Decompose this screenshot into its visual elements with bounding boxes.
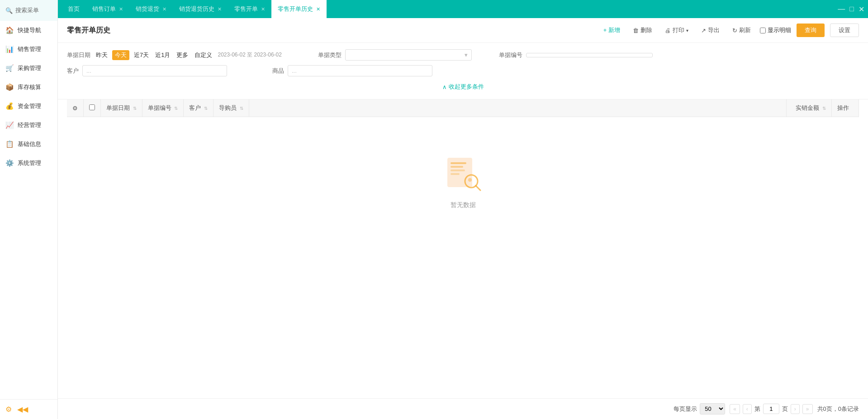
bill-type-select[interactable]: ▾ <box>345 49 472 61</box>
page-content: 零售开单历史 + 新增 🗑 删除 🖨 打印 ▾ ↗ 导出 <box>58 18 868 419</box>
col-customer-sort-icon[interactable]: ⇅ <box>204 106 208 111</box>
query-button[interactable]: 查询 <box>797 24 825 37</box>
sidebar-item-operations[interactable]: 📈经营管理 <box>0 116 57 135</box>
date-range-display: 2023-06-02 至 2023-06-02 <box>218 51 281 59</box>
customer-input[interactable]: ... <box>82 65 227 76</box>
sidebar-item-sys-mgmt[interactable]: ⚙️系统管理 <box>0 154 57 173</box>
tab-bar-right: — □ ✕ <box>838 5 864 14</box>
filter-settings-button[interactable]: 设置 <box>830 24 859 37</box>
empty-icon <box>441 153 486 194</box>
next-page-button[interactable]: › <box>791 404 800 414</box>
refresh-label: 刷新 <box>739 26 751 34</box>
print-icon: 🖨 <box>665 27 671 34</box>
table-checkbox-header[interactable] <box>84 99 101 117</box>
page-word: 第 <box>754 405 760 413</box>
nav-label-finance: 资金管理 <box>18 102 41 110</box>
display-detail-toggle[interactable]: 显示明细 <box>760 26 791 34</box>
col-bill-date-label: 单据日期 <box>106 104 130 111</box>
data-table: ⚙ 单据日期 ⇅ 单据编号 ⇅ 客户 <box>67 99 859 117</box>
col-customer: 客户 ⇅ <box>184 99 213 117</box>
bill-no-input[interactable] <box>526 53 653 57</box>
col-guide: 导购员 ⇅ <box>213 99 249 117</box>
page-header: 零售开单历史 + 新增 🗑 删除 🖨 打印 ▾ ↗ 导出 <box>58 18 868 43</box>
print-button[interactable]: 🖨 打印 ▾ <box>661 24 692 36</box>
sidebar-item-finance[interactable]: 💰资金管理 <box>0 97 57 116</box>
prev-page-button[interactable]: ‹ <box>743 404 752 414</box>
sidebar-item-sales-mgmt[interactable]: 📊销售管理 <box>0 40 57 59</box>
goods-input[interactable]: ... <box>288 65 432 76</box>
table-settings-header[interactable]: ⚙ <box>67 99 84 117</box>
tab-sales-return-history[interactable]: 销货退货历史✕ <box>173 0 228 18</box>
window-maximize-icon[interactable]: □ <box>849 5 854 13</box>
new-button[interactable]: + 新增 <box>600 24 624 36</box>
delete-button[interactable]: 🗑 删除 <box>629 24 656 36</box>
date-opt-today[interactable]: 今天 <box>112 50 129 60</box>
nav-icon-purchase-mgmt: 🛒 <box>5 64 14 72</box>
tab-retail-open[interactable]: 零售开单✕ <box>228 0 271 18</box>
page-nav: « ‹ 第 页 › » <box>730 404 812 414</box>
tab-sales-order[interactable]: 销售订单✕ <box>86 0 129 18</box>
collapse-filter-button[interactable]: ∧ 收起更多条件 <box>67 81 859 93</box>
window-minimize-icon[interactable]: — <box>838 5 845 13</box>
table-area: ⚙ 单据日期 ⇅ 单据编号 ⇅ 客户 <box>58 99 868 398</box>
new-label: + 新增 <box>603 26 620 34</box>
tab-list: 首页销售订单✕销货退货✕销货退货历史✕零售开单✕零售开单历史✕ <box>62 0 327 18</box>
nav-label-basic-info: 基础信息 <box>18 140 41 148</box>
sidebar-item-inventory[interactable]: 📦库存核算 <box>0 78 57 97</box>
tab-close-sales-order[interactable]: ✕ <box>119 6 123 12</box>
date-opt-yesterday[interactable]: 昨天 <box>94 50 109 60</box>
date-opt-last7[interactable]: 近7天 <box>132 50 151 60</box>
tab-bar: 首页销售订单✕销货退货✕销货退货历史✕零售开单✕零售开单历史✕ — □ ✕ <box>58 0 868 18</box>
first-page-button[interactable]: « <box>730 404 740 414</box>
date-opt-last-month[interactable]: 近1月 <box>153 50 172 60</box>
sidebar-search-label: 搜索采单 <box>15 6 39 14</box>
main-area: 首页销售订单✕销货退货✕销货退货历史✕零售开单✕零售开单历史✕ — □ ✕ 零售… <box>58 0 868 419</box>
col-bill-date: 单据日期 ⇅ <box>101 99 142 117</box>
tab-sales-return[interactable]: 销货退货✕ <box>129 0 173 18</box>
col-bill-no-sort-icon[interactable]: ⇅ <box>174 106 178 111</box>
page-title: 零售开单历史 <box>67 26 110 35</box>
col-amount-sort-icon[interactable]: ⇅ <box>822 106 826 111</box>
tab-label-home: 首页 <box>68 5 80 13</box>
col-guide-label: 导购员 <box>219 104 237 111</box>
select-all-checkbox[interactable] <box>89 104 95 110</box>
date-opt-more[interactable]: 更多 <box>175 50 190 60</box>
col-bill-date-sort-icon[interactable]: ⇅ <box>133 106 137 111</box>
col-guide-sort-icon[interactable]: ⇅ <box>240 106 243 111</box>
tab-close-retail-open-history[interactable]: ✕ <box>316 6 320 12</box>
svg-rect-0 <box>447 158 472 187</box>
col-action-label: 操作 <box>837 104 849 111</box>
refresh-button[interactable]: ↻ 刷新 <box>729 24 754 36</box>
sidebar-item-basic-info[interactable]: 📋基础信息 <box>0 135 57 154</box>
customer-label: 客户 <box>67 67 79 75</box>
tab-close-sales-return[interactable]: ✕ <box>162 6 166 12</box>
tab-close-retail-open[interactable]: ✕ <box>261 6 265 12</box>
sidebar-bottom: ⚙ ◀◀ <box>0 399 57 419</box>
col-bill-no-label: 单据编号 <box>148 104 171 111</box>
svg-point-7 <box>468 178 472 182</box>
tab-label-sales-order: 销售订单 <box>92 5 116 13</box>
export-icon: ↗ <box>701 27 706 34</box>
export-button[interactable]: ↗ 导出 <box>697 24 723 36</box>
tab-retail-open-history[interactable]: 零售开单历史✕ <box>271 0 327 18</box>
window-close-icon[interactable]: ✕ <box>859 5 864 14</box>
svg-rect-1 <box>451 162 466 164</box>
tab-home[interactable]: 首页 <box>62 0 86 18</box>
per-page-select[interactable]: 50 100 200 <box>700 403 725 414</box>
goods-dots: ... <box>292 67 297 74</box>
pagination-bar: 每页显示 50 100 200 « ‹ 第 页 › » 共0页，0条记录 <box>58 398 868 419</box>
page-number-input[interactable] <box>763 404 779 414</box>
sidebar-item-quick-nav[interactable]: 🏠快捷导航 <box>0 21 57 40</box>
sidebar-item-purchase-mgmt[interactable]: 🛒采购管理 <box>0 59 57 78</box>
tab-close-sales-return-history[interactable]: ✕ <box>218 6 222 12</box>
goods-label: 商品 <box>272 67 284 75</box>
settings-icon[interactable]: ⚙ <box>5 405 12 414</box>
sidebar-search[interactable]: 🔍 搜索采单 <box>0 0 57 21</box>
empty-state: 暂无数据 <box>67 117 859 245</box>
display-detail-checkbox[interactable] <box>760 28 766 33</box>
nav-label-purchase-mgmt: 采购管理 <box>18 64 41 72</box>
col-amount: 实销金额 ⇅ <box>787 99 832 117</box>
collapse-sidebar-icon[interactable]: ◀◀ <box>17 405 28 414</box>
last-page-button[interactable]: » <box>802 404 813 414</box>
date-opt-custom[interactable]: 自定义 <box>193 50 214 60</box>
